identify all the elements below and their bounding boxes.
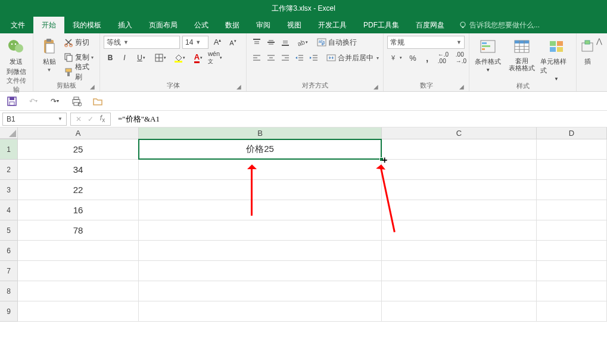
font-name-combo[interactable]: 等线▼	[104, 36, 180, 49]
name-box[interactable]: B1▼	[2, 113, 67, 126]
comma-button[interactable]: ,	[421, 51, 434, 64]
select-all-corner[interactable]	[0, 127, 18, 139]
font-size-combo[interactable]: 14▼	[182, 36, 208, 49]
cell[interactable]	[537, 220, 607, 241]
cell[interactable]	[382, 301, 537, 322]
clipboard-launcher[interactable]: ◢	[89, 83, 96, 90]
cell[interactable]: 16	[18, 200, 139, 220]
tab-pagelayout[interactable]: 页面布局	[141, 17, 186, 33]
cell[interactable]	[139, 180, 382, 200]
cut-button[interactable]: 剪切	[64, 36, 96, 49]
cancel-formula-button[interactable]: ✕	[73, 115, 84, 123]
bold-button[interactable]: B	[104, 51, 117, 64]
cell[interactable]: 价格25	[139, 139, 382, 160]
collapse-ribbon-button[interactable]: ⋀	[593, 33, 605, 91]
send-to-wechat-button[interactable]: 发送 到微信	[4, 36, 29, 76]
increase-font-button[interactable]: A▴	[211, 36, 224, 49]
align-middle-button[interactable]	[264, 36, 278, 49]
cell-styles-button[interactable]: 单元格样式▼	[540, 36, 572, 82]
col-header-a[interactable]: A	[18, 127, 139, 139]
cell[interactable]	[382, 139, 537, 160]
decrease-indent-button[interactable]	[293, 51, 306, 64]
cell[interactable]	[18, 261, 139, 281]
underline-button[interactable]: U▾	[132, 51, 150, 64]
insert-cells-button[interactable]: 插	[580, 36, 594, 66]
number-launcher[interactable]: ◢	[458, 83, 465, 90]
align-right-button[interactable]	[279, 51, 292, 64]
row-header[interactable]: 1	[0, 139, 18, 160]
cell[interactable]: 25	[18, 139, 139, 160]
wrap-text-button[interactable]: ab 自动换行	[317, 36, 357, 49]
cell[interactable]	[139, 220, 382, 241]
cell[interactable]	[537, 261, 607, 281]
cell[interactable]	[139, 200, 382, 220]
tab-pdf[interactable]: PDF工具集	[355, 17, 407, 33]
undo-button[interactable]: ↶▾	[26, 94, 41, 108]
tab-developer[interactable]: 开发工具	[310, 17, 355, 33]
align-top-button[interactable]	[250, 36, 263, 49]
cell[interactable]	[537, 139, 607, 160]
tab-file[interactable]: 文件	[2, 17, 33, 33]
cell[interactable]	[382, 220, 537, 241]
row-header[interactable]: 5	[0, 220, 18, 241]
cell[interactable]	[382, 261, 537, 281]
cell[interactable]: 34	[18, 160, 139, 180]
enter-formula-button[interactable]: ✓	[85, 115, 96, 123]
cell[interactable]: 78	[18, 220, 139, 241]
save-button[interactable]	[5, 94, 19, 108]
cell[interactable]	[139, 301, 382, 322]
cell[interactable]	[18, 301, 139, 322]
tab-data[interactable]: 数据	[217, 17, 248, 33]
align-center-button[interactable]	[264, 51, 278, 64]
cell[interactable]	[537, 301, 607, 322]
cell[interactable]	[139, 261, 382, 281]
paste-button[interactable]: 粘贴 ▼	[37, 36, 61, 73]
tell-me-search[interactable]: 告诉我您想要做什么...	[453, 17, 546, 33]
formula-input[interactable]	[114, 113, 605, 126]
tab-mytemplates[interactable]: 我的模板	[64, 17, 110, 33]
tab-home[interactable]: 开始	[33, 17, 64, 33]
cell[interactable]	[537, 241, 607, 261]
cell[interactable]: 22	[18, 180, 139, 200]
redo-button[interactable]: ↷▾	[48, 94, 62, 108]
increase-indent-button[interactable]	[307, 51, 320, 64]
tab-formulas[interactable]: 公式	[186, 17, 217, 33]
spreadsheet-grid[interactable]: A B C D 125价格252343224165786789 +	[0, 127, 607, 322]
italic-button[interactable]: I	[118, 51, 131, 64]
tab-insert[interactable]: 插入	[110, 17, 141, 33]
cell[interactable]	[18, 281, 139, 301]
tab-review[interactable]: 审阅	[248, 17, 279, 33]
decrease-decimal-button[interactable]: .00→.0	[453, 51, 469, 64]
border-button[interactable]: ▾	[151, 51, 169, 64]
align-bottom-button[interactable]	[279, 36, 292, 49]
cell[interactable]	[382, 180, 537, 200]
cell[interactable]	[382, 160, 537, 180]
cell[interactable]	[382, 241, 537, 261]
cell[interactable]	[139, 241, 382, 261]
font-launcher[interactable]: ◢	[235, 83, 242, 90]
cell[interactable]	[537, 200, 607, 220]
merge-center-button[interactable]: 合并后居中▾	[326, 51, 379, 64]
cell[interactable]	[537, 180, 607, 200]
format-as-table-button[interactable]: 套用 表格格式	[506, 36, 538, 71]
fx-button[interactable]: fx	[97, 114, 108, 123]
open-button[interactable]	[91, 94, 105, 108]
cell[interactable]	[139, 281, 382, 301]
tab-view[interactable]: 视图	[279, 17, 310, 33]
row-header[interactable]: 7	[0, 261, 18, 281]
row-header[interactable]: 2	[0, 160, 18, 180]
col-header-c[interactable]: C	[382, 127, 537, 139]
increase-decimal-button[interactable]: ←.0.00	[435, 51, 452, 64]
col-header-d[interactable]: D	[537, 127, 607, 139]
align-launcher[interactable]: ◢	[372, 83, 379, 90]
cell[interactable]	[537, 160, 607, 180]
conditional-format-button[interactable]: 条件格式▼	[473, 36, 503, 73]
percent-button[interactable]: %	[406, 51, 419, 64]
row-header[interactable]: 8	[0, 281, 18, 301]
font-color-button[interactable]: A▾	[189, 51, 207, 64]
orientation-button[interactable]: ab▾	[293, 36, 311, 49]
format-painter-button[interactable]: 格式刷	[64, 66, 96, 79]
cell[interactable]	[537, 281, 607, 301]
col-header-b[interactable]: B	[139, 127, 382, 139]
tab-baidu[interactable]: 百度网盘	[407, 17, 453, 33]
